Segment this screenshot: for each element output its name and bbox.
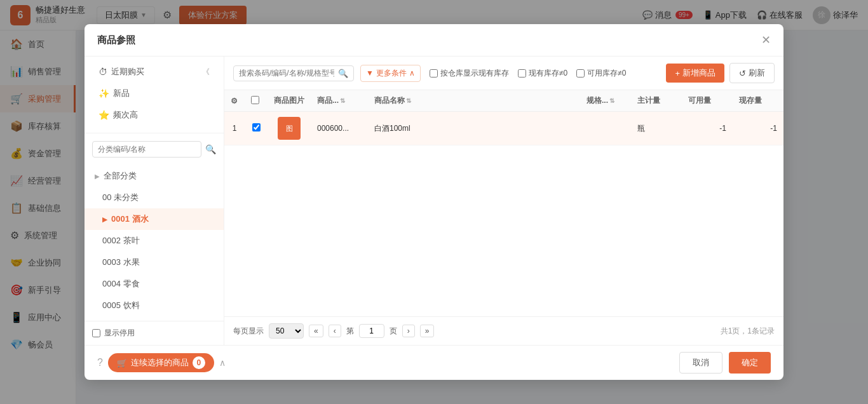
refresh-btn[interactable]: ↺ 刷新 — [729, 63, 775, 83]
filter-icon: ▼ — [366, 69, 374, 77]
category-item-0003[interactable]: 0003 水果 — [85, 252, 224, 273]
refresh-label: 刷新 — [749, 67, 765, 79]
per-page-label: 每页显示 — [233, 326, 264, 337]
th-stock[interactable]: 现存量 — [733, 90, 783, 112]
modal-pagination: 每页显示 20 50 100 « ‹ 第 页 › » 共1页，1条记录 — [224, 316, 783, 345]
product-search-input[interactable] — [239, 69, 334, 77]
next-page-btn[interactable]: › — [402, 325, 415, 337]
row-image: 图 — [268, 112, 311, 145]
toolbar-right: + 新增商品 ↺ 刷新 — [666, 63, 775, 83]
modal-body: ⏱ 近期购买 《 ✨ 新品 ⭐ 频次高 🔍 — [85, 57, 783, 345]
search-bar: 🔍 — [233, 65, 354, 81]
frequent-icon: ⭐ — [98, 110, 109, 120]
first-page-btn[interactable]: « — [309, 325, 323, 337]
category-item-all[interactable]: ▶ 全部分类 — [85, 165, 224, 187]
th-image[interactable]: 商品图片 — [268, 90, 311, 112]
th-available[interactable]: 可用量 — [682, 90, 733, 112]
confirm-btn[interactable]: 确定 — [729, 352, 771, 374]
cart-btn[interactable]: 🛒 连续选择的商品 0 — [108, 353, 214, 372]
product-image-placeholder: 图 — [278, 117, 301, 140]
search-icon[interactable]: 🔍 — [205, 144, 216, 154]
row-unit: 瓶 — [631, 112, 682, 145]
pagination-info: 共1页，1条记录 — [721, 326, 775, 337]
category-all-label: 全部分类 — [104, 170, 137, 182]
modal-tab-recent[interactable]: ⏱ 近期购买 《 — [92, 62, 216, 82]
filter-btn[interactable]: ▼ 更多条件 ∧ — [360, 65, 421, 82]
category-item-0002[interactable]: 0002 茶叶 — [85, 230, 224, 252]
th-spec[interactable]: 规格...⇅ — [580, 90, 631, 112]
modal-tab-frequent[interactable]: ⭐ 频次高 — [92, 105, 216, 125]
prev-page-btn[interactable]: ‹ — [329, 325, 341, 337]
new-icon: ✨ — [98, 88, 109, 98]
checkbox-stock-not-zero[interactable]: 现有库存≠0 — [518, 68, 567, 79]
table-row[interactable]: 1 图 000600... 白酒100ml 瓶 -1 -1 — [224, 112, 783, 145]
category-item-00[interactable]: 00 未分类 — [85, 187, 224, 208]
modal-footer-left: 显示停用 — [85, 321, 224, 345]
footer-right: 取消 确定 — [679, 352, 771, 374]
modal-right-panel: 🔍 ▼ 更多条件 ∧ 按仓库显示现有库存 现 — [224, 57, 783, 345]
search-submit-icon[interactable]: 🔍 — [338, 69, 348, 78]
recent-label: 近期购买 — [111, 66, 144, 77]
category-0002-label: 0002 茶叶 — [102, 235, 140, 246]
cart-icon: 🛒 — [117, 358, 127, 368]
th-unit[interactable]: 主计量 — [631, 90, 682, 112]
modal-left-search: 🔍 — [85, 136, 224, 163]
checkbox-available-not-zero[interactable]: 可用库存≠0 — [576, 68, 626, 79]
modal-toolbar: 🔍 ▼ 更多条件 ∧ 按仓库显示现有库存 现 — [224, 57, 783, 90]
close-icon[interactable]: ✕ — [761, 33, 771, 47]
category-item-0004[interactable]: 0004 零食 — [85, 273, 224, 295]
filter-chevron-icon: ∧ — [409, 69, 415, 77]
add-product-label: 新增商品 — [682, 67, 715, 79]
frequent-label: 频次高 — [113, 109, 138, 121]
new-label: 新品 — [113, 88, 130, 99]
category-item-0001[interactable]: ▶ 0001 酒水 — [85, 208, 224, 230]
add-icon: + — [675, 69, 680, 78]
expand-icon: ▶ — [95, 173, 100, 180]
page-input[interactable] — [359, 324, 384, 338]
th-name[interactable]: 商品名称⇅ — [368, 90, 580, 112]
divider — [85, 133, 224, 133]
modal-overlay: 商品参照 ✕ ⏱ 近期购买 《 ✨ 新品 ⭐ — [0, 0, 868, 404]
per-page-select[interactable]: 20 50 100 — [269, 323, 304, 339]
cancel-btn[interactable]: 取消 — [679, 352, 722, 374]
th-settings: ⚙ — [224, 90, 245, 112]
th-code[interactable]: 商品...⇅ — [311, 90, 368, 112]
modal-categories: ▶ 全部分类 00 未分类 ▶ 0001 酒水 0002 茶叶 0003 水果 — [85, 163, 224, 321]
category-0005-label: 0005 饮料 — [102, 300, 140, 311]
row-checkbox[interactable] — [245, 112, 268, 145]
row-code: 000600... — [311, 112, 368, 145]
checkbox-stock-label: 现有库存≠0 — [529, 68, 567, 79]
last-page-btn[interactable]: » — [420, 325, 435, 337]
page-label: 第 — [346, 326, 354, 337]
select-all-checkbox[interactable] — [251, 96, 259, 104]
collapse-cart-icon[interactable]: ∧ — [219, 358, 226, 368]
show-disabled-label[interactable]: 显示停用 — [104, 328, 135, 339]
category-item-0008[interactable]: 0008 水 — [85, 316, 224, 321]
checkbox-warehouse-label: 按仓库显示现有库存 — [440, 68, 509, 79]
row-num: 1 — [224, 112, 245, 145]
cart-label: 连续选择的商品 — [131, 357, 189, 368]
modal-table-wrapper: ⚙ 商品图片 商品...⇅ 商品名称⇅ 规格...⇅ 主计量 可用量 现存量 — [224, 90, 783, 316]
category-item-0005[interactable]: 0005 饮料 — [85, 295, 224, 316]
show-disabled-checkbox[interactable] — [92, 329, 100, 337]
category-0004-label: 0004 零食 — [102, 278, 140, 290]
table-header-row: ⚙ 商品图片 商品...⇅ 商品名称⇅ 规格...⇅ 主计量 可用量 现存量 — [224, 90, 783, 112]
collapse-icon[interactable]: 《 — [202, 67, 210, 77]
help-icon[interactable]: ? — [97, 357, 103, 368]
modal-left-tabs: ⏱ 近期购买 《 ✨ 新品 ⭐ 频次高 — [85, 57, 224, 130]
category-search-input[interactable] — [92, 141, 201, 158]
th-check — [245, 90, 268, 112]
footer-left: ? 🛒 连续选择的商品 0 ∧ — [97, 353, 226, 372]
modal-tab-new[interactable]: ✨ 新品 — [92, 83, 216, 104]
row-name: 白酒100ml — [368, 112, 580, 145]
filter-label: 更多条件 — [376, 68, 407, 79]
modal-header: 商品参照 ✕ — [85, 24, 783, 57]
modal-footer: ? 🛒 连续选择的商品 0 ∧ 取消 确定 — [85, 345, 783, 380]
checkbox-show-by-warehouse[interactable]: 按仓库显示现有库存 — [430, 68, 509, 79]
row-available: -1 — [682, 112, 733, 145]
checkbox-available-label: 可用库存≠0 — [587, 68, 626, 79]
page-suffix: 页 — [390, 326, 397, 337]
category-0001-label: 0001 酒水 — [111, 213, 149, 225]
add-product-btn[interactable]: + 新增商品 — [666, 64, 724, 83]
product-table: ⚙ 商品图片 商品...⇅ 商品名称⇅ 规格...⇅ 主计量 可用量 现存量 — [224, 90, 783, 145]
